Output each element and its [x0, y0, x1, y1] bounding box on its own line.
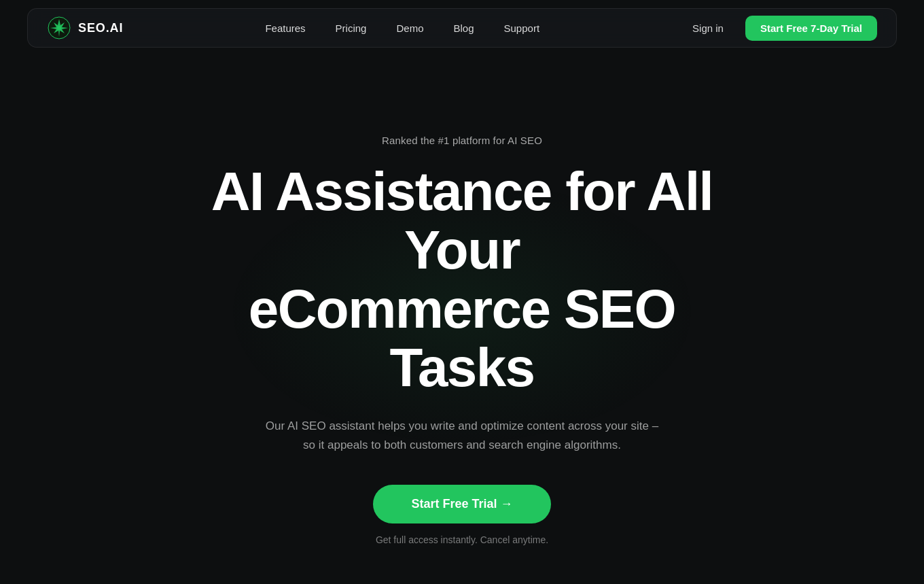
- hero-title-line1: AI Assistance for All Your: [211, 161, 713, 280]
- nav-cta-button[interactable]: Start Free 7-Day Trial: [745, 16, 877, 41]
- hero-cta-button[interactable]: Start Free Trial →: [373, 485, 550, 523]
- svg-point-1: [57, 26, 61, 30]
- nav-links: Features Pricing Demo Blog Support: [253, 17, 552, 39]
- hero-subtitle: Our AI SEO assistant helps you write and…: [258, 417, 666, 455]
- hero-sub-note: Get full access instantly. Cancel anytim…: [376, 534, 548, 545]
- nav-features[interactable]: Features: [253, 17, 317, 39]
- hero-title: AI Assistance for All Your eCommerce SEO…: [170, 162, 754, 398]
- nav-demo[interactable]: Demo: [384, 17, 436, 39]
- logo-icon: [47, 16, 71, 40]
- sign-in-button[interactable]: Sign in: [681, 17, 734, 39]
- hero-section: Ranked the #1 platform for AI SEO AI Ass…: [0, 39, 924, 584]
- nav-support[interactable]: Support: [492, 17, 552, 39]
- logo[interactable]: SEO.AI: [47, 16, 123, 40]
- nav-right: Sign in Start Free 7-Day Trial: [681, 16, 877, 41]
- nav-pricing[interactable]: Pricing: [323, 17, 379, 39]
- nav-blog[interactable]: Blog: [441, 17, 486, 39]
- hero-badge: Ranked the #1 platform for AI SEO: [382, 135, 542, 146]
- hero-title-line2: eCommerce SEO Tasks: [249, 279, 675, 398]
- logo-text: SEO.AI: [78, 21, 123, 35]
